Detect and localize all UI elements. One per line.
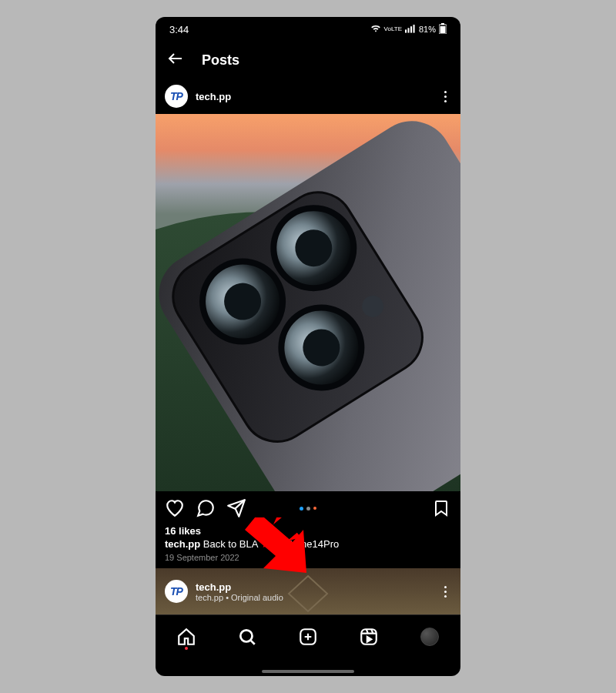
carousel-dot: [313, 507, 316, 510]
svg-rect-0: [405, 29, 407, 32]
page-title: Posts: [202, 52, 239, 69]
post-meta: 16 likes tech.pp Back to BLAxxxxxPhone14…: [156, 525, 460, 568]
svg-rect-2: [410, 26, 412, 32]
caption-username[interactable]: tech.pp: [165, 538, 200, 550]
back-icon[interactable]: [166, 49, 185, 71]
avatar[interactable]: TP: [165, 580, 188, 603]
signal-icon: [405, 24, 416, 35]
next-post-subtitle[interactable]: tech.pp • Original audio: [196, 593, 283, 602]
carousel-dot: [300, 507, 303, 511]
app-header: Posts: [156, 42, 460, 79]
battery-percent: 81%: [419, 25, 436, 34]
svg-rect-1: [407, 28, 409, 32]
nav-profile-avatar[interactable]: [420, 627, 440, 647]
bottom-nav: [156, 614, 460, 658]
post-caption: tech.pp Back to BLAxxxxxPhone14Pro: [165, 538, 451, 550]
status-time: 3:44: [169, 24, 189, 35]
svg-rect-6: [440, 26, 446, 33]
status-right: VoLTE 81%: [370, 23, 447, 35]
carousel-dots: [300, 507, 316, 511]
svg-rect-22: [361, 629, 377, 644]
network-badge: VoLTE: [384, 26, 402, 32]
nav-reels-icon[interactable]: [359, 627, 379, 647]
svg-point-20: [240, 630, 252, 641]
caption-text-suffix: Phone14Pro: [283, 538, 339, 550]
caption-text-prefix: Back to BLA: [203, 538, 259, 550]
bookmark-icon[interactable]: [431, 498, 451, 518]
post-header: TP tech.pp: [156, 79, 460, 114]
share-icon[interactable]: [226, 498, 246, 518]
decorative-shape: [281, 574, 335, 613]
likes-count[interactable]: 16 likes: [165, 525, 451, 537]
battery-icon: [439, 23, 447, 35]
comment-icon[interactable]: [196, 498, 216, 518]
nav-search-icon[interactable]: [237, 627, 257, 647]
more-options-icon[interactable]: [440, 581, 451, 602]
notification-dot: [185, 647, 188, 650]
status-bar: 3:44 VoLTE 81%: [156, 17, 460, 42]
phone-frame: 3:44 VoLTE 81% Posts TP tech.pp: [156, 17, 460, 676]
nav-home-icon[interactable]: [176, 627, 196, 647]
avatar[interactable]: TP: [165, 85, 188, 108]
carousel-dot: [306, 507, 310, 511]
next-post-header: TP tech.pp tech.pp • Original audio: [156, 568, 460, 614]
post-date: 19 September 2022: [165, 553, 451, 562]
post-username[interactable]: tech.pp: [196, 91, 432, 102]
post-action-bar: [156, 491, 460, 525]
svg-rect-3: [413, 25, 414, 33]
more-options-icon[interactable]: [440, 86, 451, 107]
wifi-icon: [370, 24, 381, 35]
like-icon[interactable]: [165, 498, 185, 518]
post-image[interactable]: [156, 114, 460, 491]
gesture-bar: [262, 670, 354, 673]
nav-create-icon[interactable]: [298, 627, 318, 647]
next-post-username[interactable]: tech.pp: [196, 581, 283, 593]
